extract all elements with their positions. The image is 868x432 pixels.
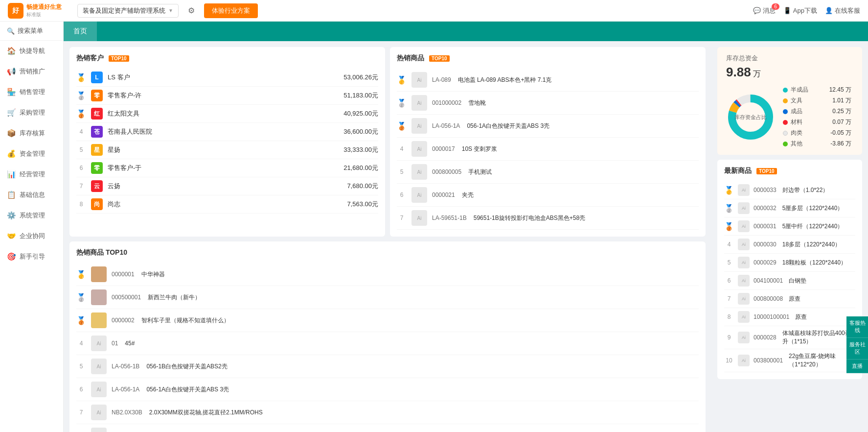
product-image: Ai — [411, 141, 427, 157]
sidebar-item-purchase[interactable]: 🛒 采购管理 — [0, 102, 63, 123]
legend-color — [783, 120, 788, 125]
product-image: Ai — [738, 220, 750, 232]
avatar: 红 — [91, 108, 103, 120]
medal-icon: 🥈 — [724, 204, 734, 213]
guide-icon: 🎯 — [7, 252, 16, 261]
table-row: 7 云 云扬 7,680.00元 — [76, 177, 378, 195]
product-row: 🥉 Ai LA-056-1A 056-1A白色按键开关盖ABS 3壳 — [397, 115, 699, 138]
product-row: 6 Ai LA-056-1A 056-1A白色按键开关盖ABS 3壳 — [76, 378, 699, 401]
avatar: L — [91, 72, 103, 83]
sidebar-item-guide[interactable]: 🎯 新手引导 — [0, 246, 63, 267]
logo-area: 好 畅捷通好生意 标准版 — [8, 3, 71, 19]
product-image: Ai — [738, 184, 750, 196]
purchase-icon: 🛒 — [7, 108, 16, 117]
product-image: Ai — [91, 405, 107, 420]
product-row: 4 Ai 0000017 10S 变刺罗浆 — [397, 138, 699, 161]
newest-row: 🥈 Ai 0000032 5厘多层（1220*2440） — [724, 199, 855, 217]
trial-button[interactable]: 体验行业方案 — [204, 3, 258, 18]
product-row: 4 Ai 01 45# — [76, 332, 699, 355]
product-row: 8 Ai 0000011 12070519-xs — [76, 424, 699, 432]
newest-row: 8 Ai 10000100001 原查 — [724, 308, 855, 326]
live-stream-button[interactable]: 直播 — [846, 360, 868, 373]
inventory-icon: 📦 — [7, 129, 16, 138]
table-row: 4 苍 苍南县人民医院 36,600.00元 — [76, 123, 378, 141]
sidebar-item-finance[interactable]: 💰 资金管理 — [0, 144, 63, 164]
product-image: Ai — [411, 187, 427, 203]
avatar: 尚 — [91, 198, 103, 210]
donut-svg: 库存资金占比 — [726, 93, 775, 142]
table-row: 5 星 星扬 33,333.00元 — [76, 141, 378, 159]
sidebar-item-marketing[interactable]: 📢 营销推广 — [0, 61, 63, 82]
legend-item: 肉类 -0.05 万 — [783, 129, 851, 137]
product-row: 5 Ai 000800005 手机测试 — [397, 161, 699, 184]
inventory-card: 库存总资金 9.88 万 — [717, 47, 862, 155]
medal-icon: 🥉 — [397, 121, 407, 131]
medal-icon: 🥈 — [397, 98, 407, 108]
product-image — [91, 312, 107, 328]
product-row: 5 Ai LA-056-1B 056-1B白色按键开关盖ABS2壳 — [76, 355, 699, 378]
finance-icon: 💰 — [7, 149, 16, 158]
product-image: Ai — [738, 355, 750, 366]
system-selector[interactable]: 装备及固定资产辅助管理系统 ▼ — [77, 4, 179, 18]
system-icon: ⚙️ — [7, 211, 16, 220]
logo-icon: 好 — [8, 3, 23, 19]
product-image: Ai — [411, 210, 427, 226]
legend-item: 半成品 12.45 万 — [783, 86, 851, 94]
medal-icon-3: 🥉 — [76, 109, 86, 119]
newest-row: 6 Ai 004100001 白钢垫 — [724, 272, 855, 290]
newest-row: 🥇 Ai 0000033 封边带（1.0*22） — [724, 181, 855, 199]
newest-row: 9 Ai 0000028 体城嘉枝味苏打饮品400毫升（1*15） — [724, 326, 855, 349]
page-content: 热销客户 TOP10 🥇 L LS 客户 53,006.26元 — [64, 41, 868, 432]
logo-text: 畅捷通好生意 标准版 — [26, 3, 62, 18]
legend-item: 材料 0.07 万 — [783, 118, 851, 126]
legend-item: 文具 1.01 万 — [783, 96, 851, 105]
avatar: 零 — [91, 90, 103, 101]
product-image: Ai — [738, 202, 750, 214]
legend-color — [783, 109, 788, 114]
message-button[interactable]: 💬 消息 6 — [753, 6, 776, 15]
product-image: Ai — [91, 382, 107, 397]
main-layout: 🔍 搜索菜单 🏠 快捷导航 📢 营销推广 🏪 销售管理 🛒 采购管理 📦 库存核… — [0, 22, 868, 432]
table-row: 8 尚 尚志 7,563.00元 — [76, 195, 378, 214]
product-image: Ai — [738, 239, 750, 250]
sidebar-item-basic[interactable]: 📋 基础信息 — [0, 185, 63, 205]
table-row: 🥈 零 零售客户-许 51,183.00元 — [76, 87, 378, 105]
app-download-button[interactable]: 📱 App下载 — [783, 6, 817, 15]
settings-button[interactable]: ⚙ — [184, 4, 198, 18]
sidebar-item-coop[interactable]: 🤝 企业协同 — [0, 226, 63, 246]
legend-color — [783, 142, 788, 146]
operation-icon: 📊 — [7, 170, 16, 179]
inventory-title: 库存总资金 — [726, 54, 853, 63]
product-image: Ai — [411, 72, 427, 88]
chevron-down-icon: ▼ — [168, 8, 173, 13]
search-menu-button[interactable]: 🔍 搜索菜单 — [0, 22, 63, 41]
sidebar-item-sales[interactable]: 🏪 销售管理 — [0, 82, 63, 102]
product-image: Ai — [91, 428, 107, 432]
customer-service-button[interactable]: 客服热线 — [846, 316, 868, 338]
online-service-button[interactable]: 👤 在线客服 — [825, 6, 860, 15]
product-image: Ai — [411, 95, 427, 111]
sales-icon: 🏪 — [7, 88, 16, 96]
newest-goods-card: 最新商品 TOP10 🥇 Ai 0000033 封边带（1.0*22） 🥈 Ai… — [717, 160, 862, 379]
service-community-button[interactable]: 服务社区 — [846, 338, 868, 360]
legend-color — [783, 98, 788, 103]
hot-goods-title: 热销商品 TOP10 — [76, 248, 699, 257]
table-row: 6 零 零售客户-于 21,680.00元 — [76, 159, 378, 177]
svg-text:库存资金占比: 库存资金占比 — [734, 114, 767, 120]
newest-row: 10 Ai 003800001 22g鱼豆腐-烧烤味（1*12*20） — [724, 349, 855, 372]
customer-rank-table: 🥇 L LS 客户 53,006.26元 🥈 零 零售客户-许 51,183.0… — [76, 69, 378, 214]
message-badge: 6 — [772, 3, 779, 10]
top-right-area: 💬 消息 6 📱 App下载 👤 在线客服 — [753, 6, 860, 15]
customer-rank-card: 热销客户 TOP10 🥇 L LS 客户 53,006.26元 — [69, 47, 385, 237]
hot-product-rank-card: 热销商品 TOP10 🥇 Ai LA-089 电池盖 LA-089 ABS本色+… — [390, 47, 706, 237]
sidebar-item-quick-nav[interactable]: 🏠 快捷导航 — [0, 41, 63, 61]
newest-row: 5 Ai 0000029 18颗粒板（1220*2440） — [724, 254, 855, 272]
legend-color — [783, 131, 788, 136]
product-image — [91, 289, 107, 305]
newest-row: 4 Ai 0000030 18多层（1220*2440） — [724, 236, 855, 254]
sidebar-item-system[interactable]: ⚙️ 系统管理 — [0, 205, 63, 226]
sidebar-item-operation[interactable]: 📊 经营管理 — [0, 164, 63, 185]
sidebar-item-inventory[interactable]: 📦 库存核算 — [0, 123, 63, 144]
tab-home[interactable]: 首页 — [64, 22, 97, 41]
product-row: 7 Ai NB2.0X30B 2.0X30MM双搓花轴,搓花直径2.1MM/RO… — [76, 401, 699, 424]
